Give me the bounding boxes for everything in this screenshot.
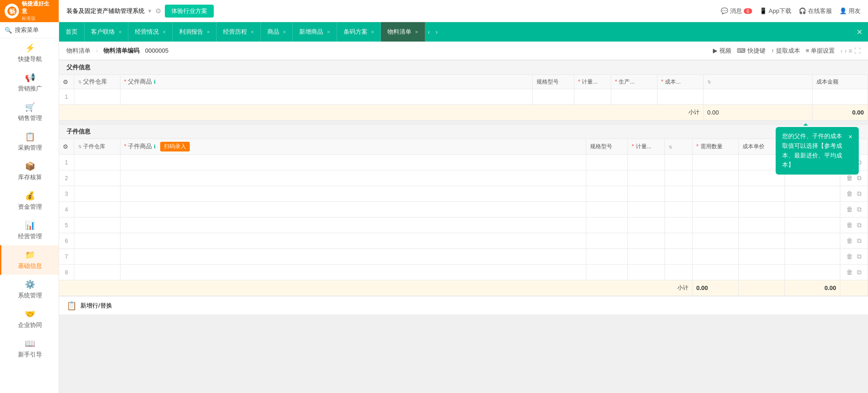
tab-new-goods[interactable]: 新增商品 × — [293, 22, 337, 42]
child-price-cell-3[interactable] — [739, 202, 785, 218]
parent-unit-cell[interactable] — [574, 89, 611, 105]
sidebar-item-basics[interactable]: 📁 基础信息 — [0, 245, 59, 275]
child-qty-cell-6[interactable] — [693, 249, 739, 265]
child-warehouse-cell-2[interactable] — [74, 186, 120, 202]
copy-icon-7[interactable]: ⧉ — [856, 268, 863, 276]
tab-history[interactable]: 经营历程 × — [217, 22, 260, 42]
child-goods-cell-6[interactable] — [120, 249, 586, 265]
delete-icon-7[interactable]: 🗑 — [845, 268, 854, 276]
parent-prod-cell[interactable] — [611, 89, 657, 105]
child-warehouse-cell-3[interactable] — [74, 202, 120, 218]
child-price-cell-2[interactable] — [739, 186, 785, 202]
sidebar-item-quick-nav[interactable]: ⚡ 快捷导航 — [0, 38, 59, 68]
copy-icon-3[interactable]: ⧉ — [856, 206, 863, 213]
child-goods-cell-1[interactable] — [120, 170, 586, 186]
copy-icon-2[interactable]: ⧉ — [856, 190, 863, 197]
messages-btn[interactable]: 💬 消息 6 — [721, 7, 752, 15]
child-warehouse-cell-4[interactable] — [74, 218, 120, 233]
child-qty-cell-5[interactable] — [693, 233, 739, 249]
child-spec-cell-0[interactable] — [586, 155, 628, 170]
child-spec-cell-1[interactable] — [586, 170, 628, 186]
single-settings-btn[interactable]: ≡ 单据设置 — [806, 47, 835, 55]
child-unit-cell-0[interactable] — [628, 155, 665, 170]
child-goods-cell-7[interactable] — [120, 265, 586, 280]
tab-customer-close[interactable]: × — [119, 29, 121, 35]
view-btn[interactable]: ▶ 视频 — [713, 47, 731, 55]
online-service-btn[interactable]: 🎧 在线客服 — [799, 7, 832, 15]
delete-icon-2[interactable]: 🗑 — [845, 190, 854, 197]
tab-goods[interactable]: 商品 × — [261, 22, 293, 42]
parent-spec-cell[interactable] — [532, 89, 574, 105]
shortcut-btn[interactable]: ⌨ 快捷键 — [737, 47, 766, 55]
child-qty-cell-2[interactable] — [693, 186, 739, 202]
gear-icon-parent[interactable]: ⚙ — [63, 79, 68, 85]
child-warehouse-cell-0[interactable] — [74, 155, 120, 170]
tab-bom-close[interactable]: × — [415, 29, 418, 35]
child-unit-cell-4[interactable] — [628, 218, 665, 233]
child-spec-cell-7[interactable] — [586, 265, 628, 280]
tab-profit-close[interactable]: × — [207, 29, 210, 35]
tab-business[interactable]: 经营情况 × — [128, 22, 172, 42]
sidebar-item-guide[interactable]: 📖 新手引导 — [0, 334, 59, 363]
app-download-btn[interactable]: 📱 App下载 — [760, 7, 791, 15]
child-goods-cell-3[interactable] — [120, 202, 586, 218]
child-warehouse-cell-7[interactable] — [74, 265, 120, 280]
tab-history-close[interactable]: × — [251, 29, 253, 35]
child-warehouse-cell-6[interactable] — [74, 249, 120, 265]
tab-bom[interactable]: 物料清单 × — [381, 22, 425, 42]
delete-icon-4[interactable]: 🗑 — [845, 221, 854, 229]
scan-button[interactable]: 扫码录入 — [160, 142, 190, 151]
prev-record-btn[interactable]: ‹ — [840, 47, 843, 54]
child-price-cell-6[interactable] — [739, 249, 785, 265]
child-goods-cell-2[interactable] — [120, 186, 586, 202]
try-button[interactable]: 体验行业方案 — [165, 5, 214, 18]
copy-icon-1[interactable]: ⧉ — [856, 174, 863, 181]
tab-home[interactable]: 首页 — [59, 22, 84, 42]
sidebar-item-system[interactable]: ⚙️ 系统管理 — [0, 275, 59, 304]
expand-btn[interactable]: ⛶ — [854, 47, 861, 54]
user-btn[interactable]: 👤 用友 — [839, 7, 861, 15]
parent-warehouse-cell[interactable] — [74, 89, 120, 105]
delete-icon-5[interactable]: 🗑 — [845, 237, 854, 244]
sidebar-item-enterprise[interactable]: 🤝 企业协同 — [0, 304, 59, 334]
tab-barcode-close[interactable]: × — [371, 29, 374, 35]
child-unit-cell-5[interactable] — [628, 233, 665, 249]
child-qty-cell-0[interactable] — [693, 155, 739, 170]
child-unit-cell-2[interactable] — [628, 186, 665, 202]
breadcrumb-parent[interactable]: 物料清单 — [66, 47, 90, 55]
child-qty-cell-4[interactable] — [693, 218, 739, 233]
sidebar-item-finance[interactable]: 💰 资金管理 — [0, 186, 59, 216]
copy-icon-4[interactable]: ⧉ — [856, 221, 863, 229]
tab-customer[interactable]: 客户联络 × — [84, 22, 128, 42]
tab-business-close[interactable]: × — [163, 29, 165, 35]
child-spec-cell-2[interactable] — [586, 186, 628, 202]
child-price-cell-7[interactable] — [739, 265, 785, 280]
gear-icon-child[interactable]: ⚙ — [63, 143, 68, 150]
tab-prev[interactable]: ‹ — [425, 28, 433, 36]
tab-goods-close[interactable]: × — [283, 29, 286, 35]
add-row-icon[interactable]: 📋 — [66, 301, 77, 311]
child-unit-cell-7[interactable] — [628, 265, 665, 280]
child-spec-cell-5[interactable] — [586, 233, 628, 249]
child-goods-cell-5[interactable] — [120, 233, 586, 249]
child-price-cell-5[interactable] — [739, 233, 785, 249]
dropdown-icon[interactable]: ▾ — [148, 7, 151, 14]
tab-barcode[interactable]: 条码方案 × — [337, 22, 381, 42]
list-view-btn[interactable]: ≡ — [849, 47, 852, 54]
next-record-btn[interactable]: › — [844, 47, 847, 54]
parent-goods-cell[interactable] — [120, 89, 532, 105]
tab-new-goods-close[interactable]: × — [327, 29, 330, 35]
child-goods-cell-4[interactable] — [120, 218, 586, 233]
sidebar-item-operations[interactable]: 📊 经营管理 — [0, 216, 59, 245]
child-price-cell-4[interactable] — [739, 218, 785, 233]
delete-icon-6[interactable]: 🗑 — [845, 253, 854, 260]
copy-icon-5[interactable]: ⧉ — [856, 237, 863, 244]
child-warehouse-cell-5[interactable] — [74, 233, 120, 249]
child-unit-cell-1[interactable] — [628, 170, 665, 186]
child-qty-cell-7[interactable] — [693, 265, 739, 280]
sidebar-item-inventory[interactable]: 📦 库存核算 — [0, 157, 59, 186]
sidebar-item-purchase[interactable]: 📋 采购管理 — [0, 127, 59, 157]
close-all-tabs[interactable]: ✕ — [851, 28, 868, 36]
search-menu[interactable]: 🔍 搜索菜单 — [0, 22, 59, 38]
tab-profit[interactable]: 利润报告 × — [173, 22, 217, 42]
